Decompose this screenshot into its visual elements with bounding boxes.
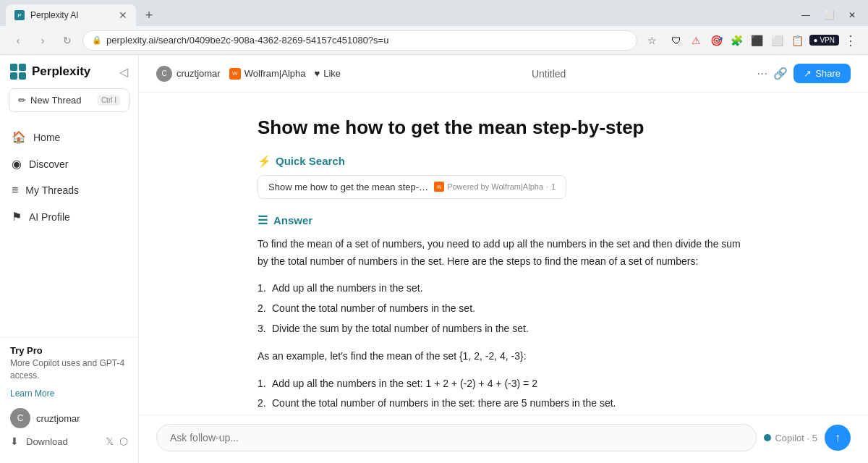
- download-icon: ⬇: [10, 436, 19, 447]
- sidebar-item-my-threads[interactable]: ≡ My Threads: [4, 177, 134, 203]
- close-button[interactable]: ✕: [842, 5, 862, 25]
- quick-search-section: ⚡ Quick Search Show me how to get the me…: [258, 155, 749, 199]
- more-options-button[interactable]: ···: [757, 66, 767, 81]
- back-button[interactable]: ‹: [9, 31, 27, 50]
- browser-menu-button[interactable]: ⋮: [842, 32, 859, 49]
- wolfram-badge: W Powered by Wolfram|Alpha · 1: [434, 182, 556, 192]
- answer-label: ☰ Answer: [258, 213, 749, 227]
- home-icon: 🏠: [12, 130, 26, 144]
- copy-link-button[interactable]: 🔗: [773, 67, 788, 80]
- extensions: 🛡 ⚠ 🎯 🧩 ⬛ ⬜ 📋 ● VPN ⋮: [668, 32, 859, 49]
- sidebar-item-home[interactable]: 🏠 Home: [4, 124, 134, 150]
- like-label: Like: [323, 68, 341, 79]
- alert-icon[interactable]: ⚠: [688, 32, 705, 49]
- logo-area: Perplexity: [10, 64, 90, 80]
- address-actions: ☆: [643, 31, 662, 50]
- sidebar-footer: Try Pro More Copilot uses and GPT-4 acce…: [0, 337, 138, 454]
- new-tab-button[interactable]: +: [139, 5, 159, 25]
- share-label: Share: [815, 68, 841, 79]
- followup-input[interactable]: [156, 424, 757, 451]
- logo-icon: [10, 64, 26, 80]
- try-pro-label: Try Pro: [10, 345, 128, 356]
- address-bar: ‹ › ↻ 🔒 perplexity.ai/search/0409be2c-90…: [0, 26, 868, 55]
- sidebar-item-label: My Threads: [25, 184, 79, 196]
- user-row: C cruztjomar: [10, 408, 128, 428]
- thread-title: Untitled: [349, 68, 748, 80]
- user-avatar-small: C: [156, 66, 172, 82]
- example-intro: As an example, let's find the mean of th…: [258, 348, 749, 365]
- content-area: Show me how to get the mean step-by-step…: [214, 93, 793, 463]
- puzzle-icon[interactable]: 🧩: [728, 32, 746, 49]
- download-row: ⬇ Download 𝕏 ⬡: [10, 436, 128, 447]
- learn-more-link[interactable]: Learn More: [10, 388, 54, 399]
- sidebar-header: Perplexity ◁: [0, 64, 138, 88]
- like-button[interactable]: ♥ Like: [314, 68, 341, 79]
- list-item: Count the total number of numbers in the…: [258, 300, 749, 318]
- copilot-dot: [764, 434, 771, 441]
- ext4-icon[interactable]: 📋: [789, 32, 807, 49]
- user-name-pill: cruztjomar: [176, 68, 221, 79]
- new-thread-button[interactable]: ✏ New Thread Ctrl I: [9, 88, 129, 112]
- sidebar-item-ai-profile[interactable]: ⚑ AI Profile: [4, 203, 134, 230]
- wolfram-icon: W: [229, 68, 241, 80]
- list-item: Count the total number of numbers in the…: [258, 395, 749, 412]
- quick-search-label: ⚡ Quick Search: [258, 155, 749, 168]
- sidebar-item-discover[interactable]: ◉ Discover: [4, 150, 134, 177]
- app-layout: Perplexity ◁ ✏ New Thread Ctrl I 🏠 Home …: [0, 55, 868, 463]
- sidebar: Perplexity ◁ ✏ New Thread Ctrl I 🏠 Home …: [0, 55, 139, 463]
- wolfram-badge-icon: W: [434, 182, 444, 192]
- send-button[interactable]: ↑: [825, 425, 851, 451]
- search-card[interactable]: Show me how to get the mean step-… W Pow…: [258, 175, 566, 199]
- sidebar-item-label: Home: [33, 132, 60, 143]
- url-input[interactable]: 🔒 perplexity.ai/search/0409be2c-908a-436…: [82, 30, 637, 51]
- refresh-button[interactable]: ↻: [58, 31, 77, 50]
- profile-icon: ⚑: [12, 210, 22, 224]
- page-title: Show me how to get the mean step-by-step: [258, 116, 749, 140]
- ext3-icon[interactable]: ⬜: [769, 32, 786, 49]
- window-controls: — ⬜ ✕: [796, 5, 862, 25]
- social-icons: 𝕏 ⬡: [106, 436, 128, 447]
- edit-icon: ✏: [18, 95, 26, 106]
- maximize-button[interactable]: ⬜: [819, 5, 839, 25]
- try-pro-description: More Copilot uses and GPT-4 access.: [10, 357, 128, 382]
- answer-icon: ☰: [258, 213, 268, 227]
- list-item: Divide the sum by the total number of nu…: [258, 320, 749, 338]
- lock-icon: 🔒: [92, 35, 102, 45]
- user-pill: C cruztjomar: [156, 66, 221, 82]
- sidebar-item-label: Discover: [29, 158, 68, 170]
- lightning-icon: ⚡: [258, 155, 271, 168]
- new-thread-label: New Thread: [30, 95, 82, 106]
- tab-label: Perplexity AI: [30, 10, 79, 20]
- shortcut-badge: Ctrl I: [98, 95, 120, 106]
- active-tab[interactable]: P Perplexity AI ✕: [6, 4, 136, 26]
- forward-button[interactable]: ›: [33, 31, 52, 50]
- followup-bar: Copilot · 5 ↑: [139, 415, 868, 463]
- vpn-badge[interactable]: ● VPN: [809, 35, 839, 46]
- ext1-icon[interactable]: 🎯: [708, 32, 726, 49]
- brave-shield-icon[interactable]: 🛡: [668, 32, 685, 49]
- wolfram-label: Wolfram|Alpha: [244, 68, 306, 79]
- star-icon[interactable]: ☆: [643, 31, 662, 50]
- minimize-button[interactable]: —: [796, 5, 816, 25]
- top-bar: C cruztjomar W Wolfram|Alpha ♥ Like Unti…: [139, 55, 868, 93]
- collapse-sidebar-button[interactable]: ◁: [119, 65, 128, 79]
- nav-items: 🏠 Home ◉ Discover ≡ My Threads ⚑ AI Prof…: [0, 124, 138, 337]
- answer-intro: To find the mean of a set of numbers, yo…: [258, 236, 749, 271]
- steps-list: Add up all the numbers in the set. Count…: [258, 280, 749, 337]
- list-item: Add up all the numbers in the set.: [258, 280, 749, 297]
- username: cruztjomar: [36, 413, 80, 424]
- tab-close-button[interactable]: ✕: [119, 9, 127, 21]
- share-icon: ↗: [804, 68, 812, 79]
- twitter-icon[interactable]: 𝕏: [106, 436, 114, 447]
- ext2-icon[interactable]: ⬛: [749, 32, 766, 49]
- sidebar-item-label: AI Profile: [29, 211, 70, 223]
- download-label[interactable]: Download: [26, 436, 68, 447]
- top-actions: ··· 🔗 ↗ Share: [757, 64, 851, 83]
- wolfram-pill: W Wolfram|Alpha: [229, 68, 306, 80]
- share-button[interactable]: ↗ Share: [793, 64, 851, 83]
- copilot-label: Copilot · 5: [775, 433, 817, 443]
- copilot-badge: Copilot · 5: [764, 433, 817, 443]
- browser-chrome: P Perplexity AI ✕ + — ⬜ ✕ ‹ › ↻ 🔒 perple…: [0, 0, 868, 55]
- discord-icon[interactable]: ⬡: [119, 436, 128, 447]
- avatar: C: [10, 408, 30, 428]
